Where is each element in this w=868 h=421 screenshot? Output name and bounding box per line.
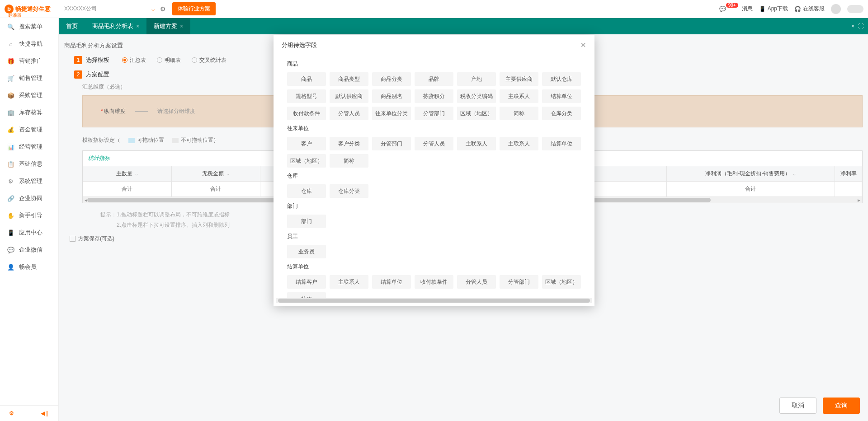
field-option[interactable]: 主联系人 xyxy=(500,137,538,150)
field-option[interactable]: 客户分类 xyxy=(330,137,368,150)
field-option[interactable]: 主联系人 xyxy=(500,89,538,103)
field-option[interactable]: 客户 xyxy=(287,137,326,150)
scroll-thumb[interactable] xyxy=(278,299,590,303)
modal-close-icon[interactable]: ✕ xyxy=(580,41,586,49)
field-option[interactable]: 区域（地区） xyxy=(457,107,496,120)
field-option[interactable]: 仓库分类 xyxy=(330,184,368,198)
field-option[interactable]: 简称 xyxy=(330,154,368,168)
group-title-partner: 往来单位 xyxy=(287,125,586,132)
group-title-warehouse: 仓库 xyxy=(287,172,586,180)
field-option[interactable]: 区域（地区） xyxy=(542,275,581,289)
group-title-dept: 部门 xyxy=(287,202,586,210)
field-option[interactable]: 默认仓库 xyxy=(542,72,581,86)
field-option[interactable]: 分管部门 xyxy=(372,137,411,150)
field-option[interactable]: 税收分类编码 xyxy=(457,89,496,103)
field-option[interactable]: 商品 xyxy=(287,72,326,86)
group-title-product: 商品 xyxy=(287,60,586,68)
modal-title: 分组待选字段 xyxy=(282,41,317,49)
field-option[interactable]: 规格型号 xyxy=(287,89,326,103)
group-title-employee: 员工 xyxy=(287,233,586,240)
modal-body: 商品 商品商品类型商品分类品牌产地主要供应商默认仓库规格型号默认供应商商品别名拣… xyxy=(274,56,594,298)
field-option[interactable]: 业务员 xyxy=(287,245,326,258)
field-option[interactable]: 商品类型 xyxy=(330,72,368,86)
field-option[interactable]: 结算单位 xyxy=(372,275,411,289)
field-option[interactable]: 往来单位分类 xyxy=(372,107,411,120)
field-option[interactable]: 结算单位 xyxy=(542,89,581,103)
field-option[interactable]: 结算客户 xyxy=(287,275,326,289)
field-option[interactable]: 收付款条件 xyxy=(287,107,326,120)
field-option[interactable]: 简称 xyxy=(287,292,326,298)
field-option[interactable]: 部门 xyxy=(287,215,326,228)
field-option[interactable]: 分管人员 xyxy=(330,107,368,120)
field-option[interactable]: 简称 xyxy=(500,107,538,120)
field-option[interactable]: 商品别名 xyxy=(372,89,411,103)
field-option[interactable]: 拣货积分 xyxy=(415,89,453,103)
field-option[interactable]: 分管人员 xyxy=(415,137,453,150)
field-option[interactable]: 仓库分类 xyxy=(542,107,581,120)
field-option[interactable]: 区域（地区） xyxy=(287,154,326,168)
field-picker-modal: 分组待选字段 ✕ 商品 商品商品类型商品分类品牌产地主要供应商默认仓库规格型号默… xyxy=(274,35,594,306)
field-option[interactable]: 主联系人 xyxy=(457,137,496,150)
field-option[interactable]: 品牌 xyxy=(415,72,453,86)
field-option[interactable]: 结算单位 xyxy=(542,137,581,150)
field-option[interactable]: 主要供应商 xyxy=(500,72,538,86)
field-option[interactable]: 分管部门 xyxy=(500,275,538,289)
modal-horizontal-scrollbar[interactable] xyxy=(276,298,592,303)
field-option[interactable]: 默认供应商 xyxy=(330,89,368,103)
field-option[interactable]: 主联系人 xyxy=(330,275,368,289)
field-option[interactable]: 产地 xyxy=(457,72,496,86)
field-option[interactable]: 分管人员 xyxy=(457,275,496,289)
group-title-settle: 结算单位 xyxy=(287,263,586,271)
field-option[interactable]: 收付款条件 xyxy=(415,275,453,289)
field-option[interactable]: 商品分类 xyxy=(372,72,411,86)
field-option[interactable]: 分管部门 xyxy=(415,107,453,120)
field-option[interactable]: 仓库 xyxy=(287,184,326,198)
